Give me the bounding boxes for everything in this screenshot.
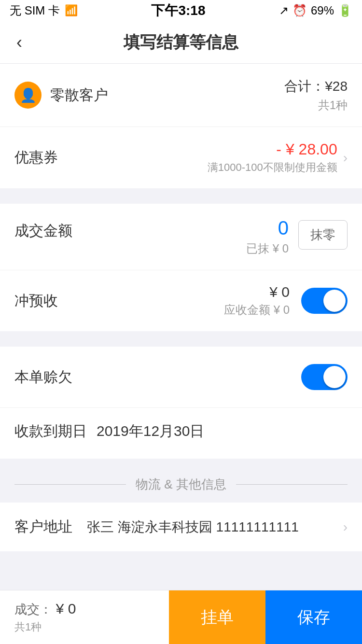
status-time: 下午3:18: [151, 1, 205, 20]
customer-name: 零散客户: [50, 85, 108, 105]
deal-amount-right: 0 已抹 ¥ 0 抹零: [246, 217, 348, 256]
arrear-row: 本单赊欠: [0, 347, 362, 407]
coupon-desc: 满1000-100不限制使用金额: [208, 160, 337, 175]
amount-section: 成交金额 0 已抹 ¥ 0 抹零 冲预收 ¥ 0 应收金额 ¥ 0: [0, 204, 362, 331]
logistics-line-right: [236, 484, 348, 485]
deal-amount-row: 成交金额 0 已抹 ¥ 0 抹零: [0, 204, 362, 270]
coupon-right: - ¥ 28.00 满1000-100不限制使用金额 ›: [208, 140, 348, 175]
customer-section: 👤 零散客户 合计：¥28 共1种 优惠券 - ¥ 28.00 满1000-10…: [0, 64, 362, 188]
bottom-deal-label: 成交：: [14, 602, 52, 616]
save-button[interactable]: 保存: [265, 590, 362, 644]
prepay-row: 冲预收 ¥ 0 应收金额 ¥ 0: [0, 270, 362, 331]
arrear-label: 本单赊欠: [14, 367, 72, 387]
bottom-count: 共1种: [14, 620, 154, 634]
address-label: 客户地址: [14, 517, 72, 537]
customer-total: 合计：¥28: [284, 77, 348, 96]
back-button[interactable]: ‹: [12, 28, 27, 57]
hang-button[interactable]: 挂单: [169, 590, 265, 644]
alarm-icon: ⏰: [292, 4, 307, 17]
status-bar: 无 SIM 卡 📶 下午3:18 ↗ ⏰ 69% 🔋: [0, 0, 362, 21]
prepay-right: ¥ 0 应收金额 ¥ 0: [224, 284, 348, 318]
status-left: 无 SIM 卡 📶: [10, 3, 78, 18]
avatar: 👤: [14, 82, 42, 109]
battery-icon: 🔋: [338, 4, 352, 17]
duedate-value: 2019年12月30日: [97, 421, 204, 441]
arrear-section: 本单赊欠 收款到期日 2019年12月30日: [0, 347, 362, 459]
round-button[interactable]: 抹零: [298, 220, 348, 250]
logistics-divider: 物流 & 其他信息: [0, 466, 362, 503]
bottom-bar: 成交： ¥ 0 共1种 挂单 保存: [0, 590, 362, 644]
bottom-amount: ¥ 0: [56, 601, 76, 616]
bottom-deal-row: 成交： ¥ 0: [14, 601, 154, 618]
coupon-info: - ¥ 28.00 满1000-100不限制使用金额: [208, 140, 337, 175]
duedate-label: 收款到期日: [14, 421, 87, 441]
address-row[interactable]: 客户地址 张三 海淀永丰科技园 11111111111 ›: [0, 503, 362, 551]
carrier-text: 无 SIM 卡: [10, 3, 60, 18]
prepay-amount: ¥ 0: [224, 284, 290, 300]
address-value: 张三 海淀永丰科技园 11111111111: [87, 518, 343, 536]
logistics-label: 物流 & 其他信息: [136, 476, 226, 493]
prepay-info: ¥ 0 应收金额 ¥ 0: [224, 284, 290, 318]
toggle-knob: [323, 290, 346, 312]
prepay-label: 冲预收: [14, 291, 58, 311]
status-right: ↗ ⏰ 69% 🔋: [279, 4, 352, 17]
wifi-icon: 📶: [65, 4, 78, 17]
address-section: 客户地址 张三 海淀永丰科技园 11111111111 ›: [0, 503, 362, 551]
arrear-toggle[interactable]: [301, 364, 348, 390]
person-icon: 👤: [20, 87, 37, 103]
amount-value-group: 0 已抹 ¥ 0: [246, 217, 289, 256]
location-icon: ↗: [279, 4, 289, 17]
nav-bar: ‹ 填写结算等信息: [0, 21, 362, 64]
address-chevron-icon: ›: [343, 519, 348, 535]
bottom-info: 成交： ¥ 0 共1种: [0, 601, 169, 634]
coupon-label: 优惠券: [14, 148, 58, 168]
deal-amount-sub: 已抹 ¥ 0: [246, 241, 289, 256]
customer-left: 👤 零散客户: [14, 82, 108, 109]
arrear-toggle-knob: [323, 366, 346, 388]
customer-count: 共1种: [284, 98, 348, 113]
coupon-discount: - ¥ 28.00: [208, 140, 337, 158]
battery-text: 69%: [311, 4, 334, 17]
customer-right: 合计：¥28 共1种: [284, 77, 348, 113]
duedate-row: 收款到期日 2019年12月30日: [0, 407, 362, 459]
deal-amount-label: 成交金额: [14, 217, 72, 241]
prepay-toggle[interactable]: [301, 288, 348, 314]
customer-row: 👤 零散客户 合计：¥28 共1种: [0, 64, 362, 126]
prepay-sub: 应收金额 ¥ 0: [224, 302, 290, 318]
section-divider-2: [0, 339, 362, 347]
section-divider-1: [0, 196, 362, 204]
page-title: 填写结算等信息: [124, 31, 238, 54]
logistics-line-left: [14, 484, 126, 485]
deal-amount-value: 0: [246, 217, 289, 239]
chevron-right-icon: ›: [343, 150, 348, 166]
coupon-row[interactable]: 优惠券 - ¥ 28.00 满1000-100不限制使用金额 ›: [0, 126, 362, 188]
